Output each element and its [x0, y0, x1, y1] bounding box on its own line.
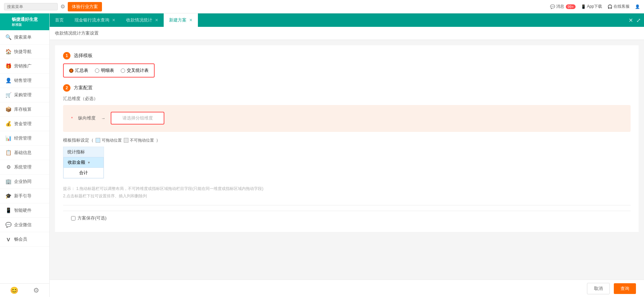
sidebar-label-enterprise: 企业协同 [14, 179, 32, 185]
trial-button[interactable]: 体验行业方案 [68, 2, 102, 11]
page-title-bar: 收款情况统计方案设置 [50, 27, 644, 40]
tab-bank-flow-close[interactable]: ✕ [112, 18, 115, 22]
sidebar-item-funds[interactable]: 💰 资金管理 [0, 117, 49, 131]
cancel-button[interactable]: 取消 [587, 283, 610, 294]
sidebar-bottom-btn-2[interactable]: ⚙ [33, 286, 39, 294]
tab-close-all-btn[interactable]: ✕ [629, 17, 633, 23]
metrics-paren-close: ） [156, 137, 160, 143]
sidebar-item-hardware[interactable]: 📱 智能硬件 [0, 203, 49, 218]
radio-group-template: 汇总表 明细表 交叉统计表 [69, 67, 149, 73]
gear-icon[interactable]: ⚙ [60, 3, 65, 10]
sidebar-item-system[interactable]: ⚙ 系统管理 [0, 160, 49, 175]
metrics-body-row: 合计 [63, 168, 104, 178]
sidebar-label-hardware: 智能硬件 [14, 207, 32, 213]
fixed-legend-label: 不可拖动位置 [130, 138, 154, 143]
top-bar-left: ⚙ 体验行业方案 [4, 2, 102, 11]
sidebar-item-operations[interactable]: 📊 经营管理 [0, 131, 49, 146]
page-title: 收款情况统计方案设置 [55, 31, 99, 36]
radio-cross[interactable]: 交叉统计表 [121, 67, 149, 73]
sidebar-item-sales[interactable]: 👤 销售管理 [0, 73, 49, 88]
online-service-btn[interactable]: 🎧 在线客服 [607, 4, 630, 9]
sidebar-item-guide[interactable]: 🎓 新手引导 [0, 189, 49, 203]
enterprise-icon: 🏢 [5, 179, 11, 185]
content-area: 首页 现金银行流水查询 ✕ 收款情况统计 ✕ 新建方案 ✕ ✕ ⤢ 收款情况统计… [50, 13, 644, 297]
metrics-section: 模板指标设定（ 可拖动位置 不可拖动位置 ） [63, 137, 631, 179]
sidebar-label-funds: 资金管理 [14, 121, 32, 127]
metrics-body-total: 合计 [63, 168, 104, 178]
tab-bank-flow[interactable]: 现金银行流水查询 ✕ [69, 13, 121, 27]
radio-summary-input[interactable] [69, 68, 73, 73]
sidebar-label-wechat: 企业微信 [14, 222, 32, 228]
logo-name: 畅捷通好生意 [12, 16, 38, 22]
divider [63, 205, 631, 205]
sidebar-item-marketing[interactable]: 🎁 营销推广 [0, 59, 49, 73]
step1-header: 1 选择模板 [63, 52, 631, 59]
top-bar: ⚙ 体验行业方案 💬 消息 99+ 📱 App下载 🎧 在线客服 👤 [0, 0, 644, 13]
tip-line2: 2.点击标题栏下拉可设置排序、插入列和删除列 [63, 193, 631, 200]
sidebar-label-marketing: 营销推广 [14, 63, 32, 69]
metrics-table: 统计指标 收款金额 ▼ [63, 147, 104, 179]
logo-version: 标准版 [12, 22, 38, 27]
movable-legend-label: 可拖动位置 [102, 138, 122, 143]
bottom-bar: 取消 查询 [50, 280, 644, 297]
step2-section: 2 方案配置 汇总维度（必选） * 纵向维度 → 请选择分组维度 [63, 84, 631, 200]
tab-collection-stats-close[interactable]: ✕ [155, 18, 158, 22]
radio-summary[interactable]: 汇总表 [69, 67, 88, 73]
sidebar-bottom: 😊 ⚙ [0, 283, 49, 297]
operations-icon: 📊 [5, 135, 11, 141]
main-layout: 畅捷通好生意 标准版 🔍 搜索菜单 🏠 快捷导航 🎁 营销推广 👤 销售管理 🛒… [0, 13, 644, 297]
sidebar-label-quick-nav: 快捷导航 [14, 49, 32, 55]
step2-title: 方案配置 [74, 85, 93, 91]
radio-detail[interactable]: 明细表 [95, 67, 114, 73]
top-bar-right: 💬 消息 99+ 📱 App下载 🎧 在线客服 👤 [550, 4, 640, 9]
hardware-icon: 📱 [5, 207, 11, 213]
radio-detail-input[interactable] [95, 68, 99, 73]
sidebar-label-operations: 经营管理 [14, 135, 32, 141]
funds-icon: 💰 [5, 121, 11, 127]
sidebar-item-purchase[interactable]: 🛒 采购管理 [0, 88, 49, 102]
user-avatar[interactable]: 👤 [635, 4, 640, 9]
radio-cross-label: 交叉统计表 [127, 67, 149, 73]
sidebar-bottom-btn-1[interactable]: 😊 [10, 286, 18, 294]
metrics-label: 模板指标设定（ [63, 137, 94, 143]
sidebar-item-inventory[interactable]: 📦 库存核算 [0, 102, 49, 117]
tip-line1: 提示： 1.拖动标题栏可以调整布局，不可跨维度或指标区域拖动栏目字段(只能在同一… [63, 185, 631, 193]
page-content: 1 选择模板 汇总表 明细表 [50, 40, 644, 280]
metrics-subheader-amount[interactable]: 收款金额 ▼ [63, 157, 104, 168]
arrow-symbol: → [101, 116, 105, 121]
sidebar-item-enterprise[interactable]: 🏢 企业协同 [0, 175, 49, 189]
message-badge: 99+ [566, 4, 576, 9]
tab-home-label: 首页 [55, 17, 64, 23]
query-button[interactable]: 查询 [614, 283, 636, 294]
sidebar-item-member[interactable]: V 畅会员 [0, 232, 49, 247]
tab-new-plan-label: 新建方案 [169, 17, 186, 23]
tab-home[interactable]: 首页 [50, 13, 69, 27]
sidebar-item-quick-nav[interactable]: 🏠 快捷导航 [0, 45, 49, 59]
marketing-icon: 🎁 [5, 63, 11, 69]
tab-new-plan-close[interactable]: ✕ [189, 18, 193, 22]
radio-cross-input[interactable] [121, 68, 125, 73]
save-checkbox-input[interactable] [71, 216, 75, 220]
sidebar-label-inventory: 库存核算 [14, 106, 32, 112]
dimension-area: * 纵向维度 → 请选择分组维度 [63, 105, 631, 132]
tab-expand-btn[interactable]: ⤢ [636, 17, 641, 23]
app-download-btn[interactable]: 📱 App下载 [581, 4, 602, 9]
dimension-placeholder-text: 请选择分组维度 [122, 115, 153, 121]
purchase-icon: 🛒 [5, 92, 11, 98]
search-menu-icon: 🔍 [5, 34, 11, 40]
sidebar-item-search-menu[interactable]: 🔍 搜索菜单 [0, 30, 49, 45]
tab-bar-actions: ✕ ⤢ [629, 17, 644, 23]
save-checkbox-label[interactable]: 方案保存(可选) [71, 215, 107, 221]
metrics-legend-row: 模板指标设定（ 可拖动位置 不可拖动位置 ） [63, 137, 631, 143]
dimension-placeholder[interactable]: 请选择分组维度 [111, 112, 164, 125]
guide-icon: 🎓 [5, 193, 11, 199]
tab-collection-stats-label: 收款情况统计 [126, 17, 152, 23]
tab-new-plan[interactable]: 新建方案 ✕ [164, 13, 198, 27]
message-icon[interactable]: 💬 消息 99+ [550, 4, 576, 9]
sidebar-item-wechat[interactable]: 💬 企业微信 [0, 218, 49, 232]
metrics-amount-dropdown[interactable]: ▼ [87, 161, 91, 164]
vertical-dim-label: 纵向维度 [78, 115, 96, 121]
sidebar-item-basic-info[interactable]: 📋 基础信息 [0, 146, 49, 160]
tab-collection-stats[interactable]: 收款情况统计 ✕ [121, 13, 164, 27]
search-input[interactable] [4, 3, 58, 10]
